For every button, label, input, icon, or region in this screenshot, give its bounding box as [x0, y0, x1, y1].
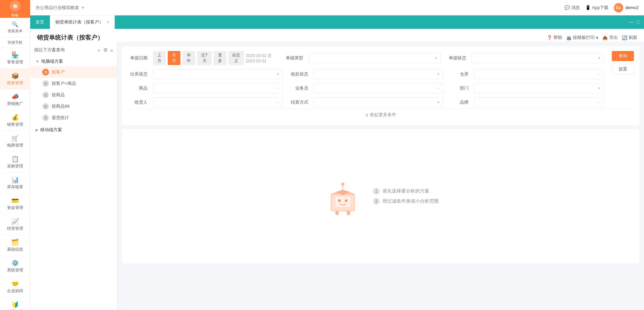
desktop-scheme-group: ▼ 电脑端方案 按 按客户 按 按客户+商品 按 按商品	[30, 56, 117, 123]
logo-icon: 畅	[9, 0, 21, 12]
msg-btn[interactable]: 💬 消息	[565, 5, 580, 11]
scheme-item-by-customer[interactable]: 按 按客户	[30, 66, 117, 78]
date-btn-last-month[interactable]: 上月	[153, 51, 166, 65]
scheme-settings-icon[interactable]: ⚙	[103, 47, 108, 53]
export-btn[interactable]: 📤 导出	[602, 35, 618, 41]
sidebar-item-wholesale[interactable]: 📦 批发管理	[0, 69, 30, 90]
mobile-scheme-toggle: ▶	[36, 128, 38, 132]
export-label: 导出	[609, 35, 618, 41]
sidebar-item-enterprise[interactable]: 🤝 企业协同	[0, 277, 30, 298]
help-label: 帮助	[553, 35, 562, 41]
by-goods99-icon: 按	[42, 103, 49, 110]
out-status-label: 出库状态	[127, 71, 148, 77]
print-dropdown-icon[interactable]: ▾	[596, 35, 598, 40]
order-type-input[interactable]: ▾	[309, 53, 441, 63]
order-status-input[interactable]: ▾	[472, 53, 604, 63]
page-actions-area: ❓ 帮助 🖨️ 按模板打印 ▾ 📤 导出 🔄 刷新	[547, 35, 637, 41]
sidebar-item-retail[interactable]: 🏪 零售管理	[0, 48, 30, 69]
brand-more-icon: ···	[597, 100, 600, 105]
scheme-add-icon[interactable]: +	[98, 47, 101, 53]
sidebar-item-purchase[interactable]: 📋 采购管理	[0, 152, 30, 173]
sidebar-quick-nav[interactable]: 快捷导航	[0, 37, 30, 48]
order-type-label: 单据类型	[283, 55, 303, 61]
date-buttons-group: 上月 本月 本年 近7天 更多 自定义 2023-03-01 至 2023-03…	[153, 51, 278, 65]
department-label: 部门	[448, 85, 469, 91]
mobile-scheme-group-header[interactable]: ▶ 移动端方案	[30, 125, 117, 135]
date-btn-7days[interactable]: 近7天	[197, 51, 212, 65]
sidebar: 畅 标账 🔍 搜索菜单 快捷导航 🏪 零售管理 📦 批发管理 📣 营销推广 💰 …	[0, 0, 30, 310]
refresh-btn[interactable]: 🔄 刷新	[622, 35, 637, 41]
sidebar-item-operation[interactable]: 📈 经营管理	[0, 214, 30, 235]
brand-input[interactable]: ···	[474, 97, 604, 107]
app-download-btn[interactable]: 📱 App下载	[585, 5, 608, 11]
goods-input[interactable]: ···	[153, 83, 283, 93]
tab-home[interactable]: 首页	[30, 15, 50, 29]
sidebar-item-newuser[interactable]: 🔰 新手引导	[0, 298, 30, 310]
sidebar-item-sales[interactable]: 💰 销售管理	[0, 110, 30, 131]
filter-row-4: 收货人 ··· 结算方式 ▾ 品牌	[127, 97, 604, 107]
tab-sales-stats[interactable]: 销货单统计表（按客户） ×	[50, 15, 115, 29]
scheme-item-return-stats[interactable]: 退 退货统计	[30, 112, 117, 123]
filter-row-2: 出库状态 ▾ 收款状态 ▾ 仓库	[127, 69, 604, 79]
tab-minimize-btn[interactable]: —	[629, 19, 634, 25]
username-label: demo2	[625, 5, 639, 10]
collect-status-input[interactable]: ▾	[314, 69, 443, 79]
date-btn-this-year[interactable]: 本年	[182, 51, 195, 65]
scheme-collapse-icon[interactable]: «	[110, 47, 113, 53]
warehouse-input[interactable]: ···	[474, 69, 604, 79]
out-status-input[interactable]: ▾	[153, 69, 283, 79]
print-btn[interactable]: 🖨️ 按模板打印 ▾	[566, 35, 598, 41]
desktop-scheme-label: 电脑端方案	[41, 58, 63, 64]
receiver-input[interactable]: ···	[153, 97, 283, 107]
by-customer-goods-icon: 按	[42, 80, 49, 87]
left-scheme-panel: 按以下方案查询 + ⚙ « ▼ 电脑端方案 按 按客户	[30, 42, 117, 310]
sidebar-item-finance[interactable]: 💳 资金管理	[0, 194, 30, 214]
salesperson-input[interactable]: ···	[314, 83, 443, 93]
breadcrumb-dropdown-icon[interactable]: ▾	[82, 5, 84, 10]
scheme-item-by-goods[interactable]: 按 按商品	[30, 89, 117, 101]
sidebar-item-basic[interactable]: 🗂️ 基础信息	[0, 235, 30, 256]
page-header: 销货单统计表（按客户） ❓ 帮助 🖨️ 按模板打印 ▾ 📤 导出 🔄 刷新	[30, 29, 644, 42]
enterprise-icon: 🤝	[11, 280, 19, 288]
scheme-item-by-goods99[interactable]: 按 按商品99	[30, 101, 117, 112]
date-btn-this-month[interactable]: 本月	[168, 51, 180, 65]
query-button[interactable]: 查询	[612, 51, 634, 61]
by-goods-label: 按商品	[52, 92, 65, 98]
date-btn-more[interactable]: 更多	[214, 51, 226, 65]
collapse-bar[interactable]: ∧ 收起更多条件	[127, 109, 634, 120]
empty-tip-2: 2 用过滤条件来缩小分析范围	[373, 198, 439, 205]
user-menu[interactable]: Ea demo2	[614, 3, 639, 12]
help-btn[interactable]: ❓ 帮助	[547, 35, 562, 41]
department-input[interactable]: ▾	[474, 83, 604, 93]
by-customer-icon: 按	[42, 69, 49, 75]
goods-more-icon: ···	[276, 86, 279, 91]
tip-1-num: 1	[373, 188, 380, 195]
svg-point-6	[338, 200, 340, 202]
tab-maximize-btn[interactable]: □	[637, 19, 640, 25]
filter-main-area: 单据日期 上月 本月 本年 近7天 更多 自定义 2023-03-01 至 20…	[127, 51, 604, 107]
sidebar-search[interactable]: 🔍 搜索菜单	[0, 18, 30, 37]
sidebar-item-marketing[interactable]: 📣 营销推广	[0, 90, 30, 110]
setting-button[interactable]: 设置	[612, 64, 634, 74]
right-content-panel: 单据日期 上月 本月 本年 近7天 更多 自定义 2023-03-01 至 20…	[117, 42, 644, 310]
breadcrumb: 办公用品行业模拟账套	[36, 5, 79, 11]
scheme-item-by-customer-goods[interactable]: 按 按客户+商品	[30, 78, 117, 89]
desktop-scheme-group-header[interactable]: ▼ 电脑端方案	[30, 56, 117, 66]
settlement-input[interactable]: ▾	[314, 97, 443, 107]
svg-rect-11	[347, 211, 350, 215]
finance-icon: 💳	[11, 197, 19, 204]
sidebar-item-ecommerce[interactable]: 🛒 电商管理	[0, 131, 30, 152]
msg-icon: 💬	[565, 5, 570, 10]
help-icon: ❓	[547, 35, 552, 40]
date-btn-custom[interactable]: 自定义	[228, 51, 244, 65]
svg-point-7	[345, 200, 347, 202]
search-icon: 🔍	[12, 21, 18, 28]
sidebar-logo[interactable]: 畅 标账	[0, 0, 30, 18]
sidebar-item-system[interactable]: ⚙️ 系统管理	[0, 256, 30, 277]
sidebar-item-inventory[interactable]: 📊 库存核算	[0, 173, 30, 194]
filter-row-1: 单据日期 上月 本月 本年 近7天 更多 自定义 2023-03-01 至 20…	[127, 51, 604, 65]
by-goods99-label: 按商品99	[52, 103, 69, 109]
tab-close-btn[interactable]: ×	[107, 20, 109, 24]
header-breadcrumb-area: 办公用品行业模拟账套 ▾	[36, 5, 84, 11]
date-label: 单据日期	[127, 55, 148, 61]
